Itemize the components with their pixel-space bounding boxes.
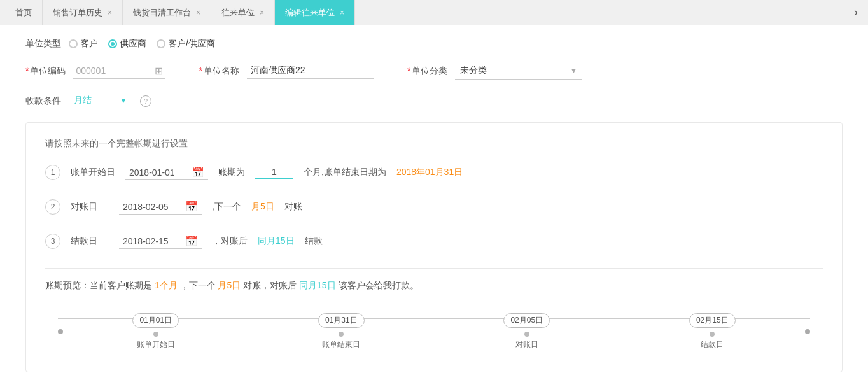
tab-more-button[interactable]: › — [849, 6, 863, 19]
row-num-2: 2 — [45, 199, 60, 215]
period-row-2: 2 对账日 📅 ,下一个 月5日 对账 — [45, 199, 823, 215]
month-input[interactable] — [255, 165, 293, 179]
payment-terms-help[interactable]: ? — [140, 95, 151, 107]
payment-terms-row: 收款条件 月结 ▼ ? — [25, 92, 843, 109]
section-title: 请按照未来的一个完整帐期进行设置 — [45, 138, 823, 150]
timeline-dot-1 — [153, 332, 158, 337]
tab-bar: 首页 销售订单历史 × 钱货日清工作台 × 往来单位 × 编辑往来单位 × › — [0, 0, 868, 25]
unit-type-row: 单位类型 客户 供应商 客户/供应商 — [25, 38, 843, 50]
radio-circle-customer — [69, 39, 78, 48]
tab-edit-partner[interactable]: 编辑往来单位 × — [275, 0, 355, 25]
tab-partners[interactable]: 往来单位 × — [211, 0, 275, 25]
unit-code-input[interactable] — [76, 66, 152, 76]
preview-highlight-3: 同月15日 — [299, 280, 336, 290]
payment-date-field[interactable]: 📅 — [119, 234, 202, 249]
timeline-end-dot — [805, 329, 810, 334]
period-desc-suffix: 个月,账单结束日期为 — [304, 167, 386, 178]
unit-code-label: *单位编码 — [25, 66, 66, 77]
close-tab-edit-partner[interactable]: × — [340, 8, 344, 17]
row-num-1: 1 — [45, 165, 60, 180]
radio-customer[interactable]: 客户 — [69, 38, 98, 50]
unit-name-label: *单位名称 — [199, 66, 239, 77]
row-num-3: 3 — [45, 234, 60, 249]
period-row-1: 1 账单开始日 📅 账期为 个月,账单结束日期为 2018年01月31日 — [45, 165, 823, 180]
row-label-1: 账单开始日 — [71, 167, 115, 178]
category-chevron-icon: ▼ — [570, 66, 577, 75]
start-date-field[interactable]: 📅 — [125, 165, 208, 180]
close-tab-cashflow[interactable]: × — [196, 8, 200, 17]
payment-date-input[interactable] — [123, 236, 180, 246]
timeline-date-3: 02月05日 — [503, 313, 550, 328]
payment-terms-label: 收款条件 — [25, 95, 61, 107]
period-section: 请按照未来的一个完整帐期进行设置 1 账单开始日 📅 账期为 个月,账单结束日期… — [25, 122, 843, 372]
timeline-label-4: 结款日 — [701, 339, 724, 350]
timeline-label-2: 账单结束日 — [322, 339, 360, 350]
preview-highlight-1: 1个月 — [155, 280, 178, 290]
radio-supplier[interactable]: 供应商 — [108, 38, 146, 50]
preview-section: 账期预览：当前客户账期是 1个月 ，下一个 月5日 对账，对账后 同月15日 该… — [45, 268, 823, 356]
timeline-label-1: 账单开始日 — [137, 339, 175, 350]
radio-circle-both — [157, 39, 165, 48]
main-content: 单位类型 客户 供应商 客户/供应商 *单位编码 ⊞ *单位名称 — [0, 25, 868, 387]
start-date-calendar-icon[interactable]: 📅 — [192, 166, 204, 178]
close-tab-partners[interactable]: × — [260, 8, 264, 17]
reconcile-date-calendar-icon[interactable]: 📅 — [185, 201, 198, 213]
unit-code-icon: ⊞ — [155, 65, 163, 77]
unit-code-field[interactable]: ⊞ — [73, 64, 165, 79]
tab-home[interactable]: 首页 — [5, 0, 43, 25]
timeline-dot-3 — [524, 332, 529, 337]
reconcile-date-field[interactable]: 📅 — [119, 199, 202, 215]
start-date-input[interactable] — [129, 167, 186, 178]
unit-name-input[interactable] — [247, 63, 374, 79]
timeline-node-1: 01月01日 账单开始日 — [132, 313, 179, 350]
tab-sales-history[interactable]: 销售订单历史 × — [43, 0, 123, 25]
payment-desc-1: ，对账后 — [212, 236, 248, 247]
payment-chevron-icon: ▼ — [120, 96, 127, 105]
timeline-label-3: 对账日 — [515, 339, 538, 350]
timeline-nodes: 01月01日 账单开始日 01月31日 账单结束日 02月05日 对账 — [63, 313, 805, 350]
unit-info-row: *单位编码 ⊞ *单位名称 *单位分类 未分类 ▼ — [25, 62, 843, 80]
period-row-3: 3 结款日 📅 ，对账后 同月15日 结款 — [45, 234, 823, 249]
reconcile-desc-2: 对账 — [284, 201, 302, 213]
row-label-3: 结款日 — [71, 236, 109, 247]
timeline-date-2: 01月31日 — [318, 313, 365, 328]
timeline-dot-4 — [710, 332, 715, 337]
payment-desc-2: 结款 — [305, 236, 323, 247]
radio-both[interactable]: 客户/供应商 — [157, 38, 215, 50]
timeline: 01月01日 账单开始日 01月31日 账单结束日 02月05日 对账 — [45, 307, 823, 356]
timeline-node-4: 02月15日 结款日 — [689, 313, 736, 350]
timeline-node-2: 01月31日 账单结束日 — [318, 313, 365, 350]
period-desc-prefix: 账期为 — [218, 167, 245, 178]
timeline-node-3: 02月05日 对账日 — [503, 313, 550, 350]
tab-cashflow[interactable]: 钱货日清工作台 × — [123, 0, 211, 25]
preview-text: 账期预览：当前客户账期是 1个月 ，下一个 月5日 对账，对账后 同月15日 该… — [45, 280, 823, 292]
unit-category-select[interactable]: 未分类 ▼ — [455, 62, 582, 80]
end-date-highlight: 2018年01月31日 — [396, 167, 463, 178]
reconcile-desc-1: ,下一个 — [212, 201, 241, 213]
reconcile-highlight: 月5日 — [251, 201, 274, 213]
timeline-date-4: 02月15日 — [689, 313, 736, 328]
payment-date-calendar-icon[interactable]: 📅 — [185, 235, 198, 247]
preview-highlight-2: 月5日 — [218, 280, 241, 290]
unit-category-label: *单位分类 — [407, 66, 447, 77]
payment-highlight: 同月15日 — [258, 236, 295, 247]
timeline-dot-2 — [339, 332, 344, 337]
close-tab-sales-history[interactable]: × — [108, 8, 112, 17]
payment-terms-select[interactable]: 月结 ▼ — [69, 92, 132, 109]
timeline-date-1: 01月01日 — [132, 313, 179, 328]
unit-type-radio-group: 客户 供应商 客户/供应商 — [69, 38, 215, 50]
unit-type-label: 单位类型 — [25, 38, 61, 50]
row-label-2: 对账日 — [71, 201, 109, 213]
timeline-start-dot — [58, 329, 63, 334]
radio-circle-supplier — [108, 39, 117, 48]
reconcile-date-input[interactable] — [123, 202, 180, 212]
